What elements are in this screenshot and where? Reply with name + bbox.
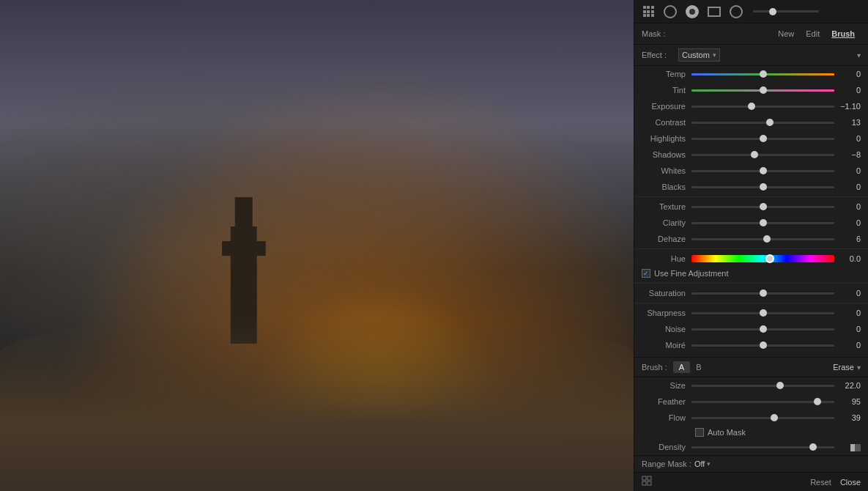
brush-size-label: Size <box>642 381 691 390</box>
moire-label: Moiré <box>642 341 691 350</box>
brush-size-slider[interactable] <box>691 380 834 391</box>
brush-collapse-button[interactable]: ▾ <box>857 363 861 372</box>
blacks-slider-row: Blacks 0 <box>634 179 868 195</box>
defringe-slider[interactable] <box>691 356 834 357</box>
photo-image <box>0 0 634 491</box>
contrast-value: 13 <box>834 118 861 127</box>
dehaze-label: Dehaze <box>642 235 691 243</box>
mask-new-button[interactable]: New <box>772 28 800 40</box>
shadows-slider-row: Shadows −8 <box>634 147 868 163</box>
panel-content: Effect : Custom ▾ ▾ Temp 0 Tint <box>634 45 868 357</box>
moire-slider-row: Moiré 0 <box>634 337 868 353</box>
tint-label: Tint <box>642 86 691 95</box>
svg-rect-2 <box>642 476 646 480</box>
rect-icon[interactable] <box>706 4 722 20</box>
effect-dropdown[interactable]: Custom ▾ <box>678 48 720 62</box>
auto-mask-checkbox[interactable] <box>695 428 704 437</box>
saturation-slider[interactable] <box>691 288 834 298</box>
brush-feather-slider[interactable] <box>691 396 834 407</box>
texture-slider[interactable] <box>691 202 834 212</box>
brush-flow-row: Flow 39 <box>634 410 868 426</box>
tint-slider-row: Tint 0 <box>634 82 868 98</box>
brush-a-button[interactable]: A <box>673 361 690 373</box>
tint-slider[interactable] <box>691 85 834 95</box>
circle-empty-icon[interactable] <box>728 4 744 20</box>
exposure-slider[interactable] <box>691 101 834 111</box>
blacks-slider[interactable] <box>691 182 834 192</box>
clarity-slider[interactable] <box>691 218 834 228</box>
brush-feather-value: 95 <box>834 397 861 406</box>
range-mask-row: Range Mask : Off ▾ <box>634 455 868 472</box>
shadows-value: −8 <box>834 150 861 159</box>
noise-slider[interactable] <box>691 324 834 334</box>
bottom-bar: Reset Close <box>634 472 868 491</box>
range-mask-label: Range Mask : <box>642 459 691 468</box>
blacks-value: 0 <box>834 182 861 191</box>
saturation-label: Saturation <box>642 289 691 298</box>
brush-flow-slider[interactable] <box>691 413 834 423</box>
sharpness-slider-row: Sharpness 0 <box>634 305 868 321</box>
dehaze-slider-row: Dehaze 6 <box>634 231 868 247</box>
temp-slider-row: Temp 0 <box>634 66 868 82</box>
saturation-slider-row: Saturation 0 <box>634 285 868 301</box>
density-label: Density <box>642 443 691 451</box>
brush-flow-value: 39 <box>834 413 861 422</box>
sharpness-value: 0 <box>834 309 861 317</box>
effect-label: Effect : <box>642 51 678 59</box>
fine-adjustment-checkbox[interactable] <box>642 269 650 278</box>
contrast-slider[interactable] <box>691 117 834 128</box>
brush-label: Brush : <box>642 363 667 372</box>
brush-feather-row: Feather 95 <box>634 394 868 410</box>
range-mask-value: Off <box>694 459 705 468</box>
brush-erase-button[interactable]: Erase <box>833 363 854 372</box>
highlights-slider-row: Highlights 0 <box>634 130 868 147</box>
exposure-value: −1.10 <box>834 102 861 111</box>
close-button[interactable]: Close <box>840 478 861 487</box>
bottom-left-icon[interactable] <box>642 476 652 488</box>
fine-adjustment-label: Use Fine Adjustment <box>654 269 729 278</box>
whites-value: 0 <box>834 166 861 175</box>
blacks-label: Blacks <box>642 182 691 191</box>
tint-value: 0 <box>834 86 861 95</box>
moire-slider[interactable] <box>691 340 834 350</box>
highlights-slider[interactable] <box>691 133 834 144</box>
mask-label: Mask : <box>642 29 665 38</box>
right-panel: Mask : New Edit Brush Effect : Custom ▾ … <box>634 0 868 491</box>
texture-slider-row: Texture 0 <box>634 199 868 215</box>
range-mask-dropdown[interactable]: Off ▾ <box>691 459 711 468</box>
whites-slider[interactable] <box>691 166 834 176</box>
collapse-button[interactable]: ▾ <box>857 51 861 59</box>
density-slider[interactable] <box>691 442 834 452</box>
brush-header: Brush : A B Erase ▾ <box>634 358 868 377</box>
circle-outline-icon[interactable] <box>662 4 678 20</box>
exposure-slider-row: Exposure −1.10 <box>634 98 868 114</box>
sharpness-label: Sharpness <box>642 309 691 317</box>
texture-label: Texture <box>642 202 691 211</box>
shadows-slider[interactable] <box>691 149 834 160</box>
saturation-value: 0 <box>834 289 861 298</box>
temp-value: 0 <box>834 70 861 78</box>
photo-canvas <box>0 0 634 491</box>
sharpness-slider[interactable] <box>691 308 834 318</box>
noise-value: 0 <box>834 325 861 333</box>
svg-rect-4 <box>642 481 646 485</box>
mask-brush-button[interactable]: Brush <box>826 28 861 40</box>
reset-button[interactable]: Reset <box>810 478 831 487</box>
grid-tool-icon[interactable] <box>640 4 656 20</box>
hue-value: 0.0 <box>834 254 861 263</box>
moire-value: 0 <box>834 341 861 350</box>
brush-b-button[interactable]: B <box>690 361 707 373</box>
mask-edit-button[interactable]: Edit <box>800 28 826 40</box>
temp-slider[interactable] <box>691 69 834 79</box>
whites-label: Whites <box>642 166 691 175</box>
hue-slider[interactable] <box>691 254 834 264</box>
highlights-label: Highlights <box>642 134 691 143</box>
contrast-slider-row: Contrast 13 <box>634 114 868 130</box>
auto-mask-label: Auto Mask <box>708 428 746 437</box>
dehaze-slider[interactable] <box>691 234 834 244</box>
circle-filled-icon[interactable] <box>684 4 700 20</box>
clarity-value: 0 <box>834 218 861 227</box>
noise-label: Noise <box>642 325 691 333</box>
effect-row: Effect : Custom ▾ ▾ <box>634 45 868 66</box>
toolbar-slider[interactable] <box>753 7 819 17</box>
